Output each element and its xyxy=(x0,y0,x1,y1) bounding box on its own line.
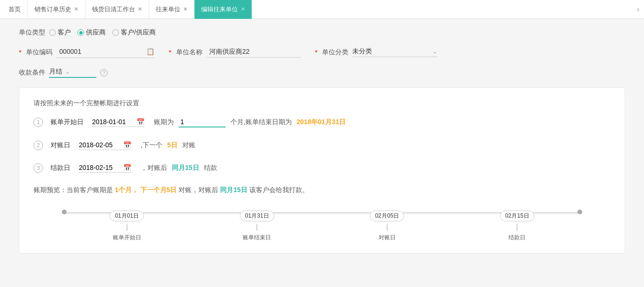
radio-supplier[interactable]: 供应商 xyxy=(77,28,106,37)
timeline-point-2: 01月31日 账单结束日 xyxy=(192,211,322,242)
radio-both[interactable]: 客户/供应商 xyxy=(112,28,156,37)
tab-home[interactable]: 首页 xyxy=(4,0,28,19)
unit-name-star: * xyxy=(169,49,171,56)
row-2-prefix: ,下一个 xyxy=(141,141,162,150)
payment-help-icon[interactable]: ? xyxy=(100,69,108,76)
page-body: 单位类型 客户 供应商 客户/供应商 * 单位编码 xyxy=(0,19,644,283)
tab-home-label: 首页 xyxy=(8,5,21,14)
tl-connector-4 xyxy=(517,224,517,231)
preview-1m: 1个月， xyxy=(115,186,138,194)
unit-type-row: 单位类型 客户 供应商 客户/供应商 xyxy=(19,28,625,37)
tab-sales-history-close[interactable]: ✕ xyxy=(74,6,78,12)
row-2-suffix: 对账 xyxy=(182,141,195,150)
row-2-date-input: 📅 xyxy=(79,141,131,150)
tl-date-2: 01月31日 xyxy=(240,211,274,221)
setting-row-3: 3 结款日 📅 ，对账后 同月15日 结款 xyxy=(34,163,610,173)
tab-cash-work-label: 钱货日清工作台 xyxy=(92,5,135,14)
radio-group: 客户 供应商 客户/供应商 xyxy=(49,28,156,37)
card-description: 请按照未来的一个完整帐期进行设置 xyxy=(34,99,610,108)
row-num-1: 1 xyxy=(34,118,43,127)
timeline-container: 01月01日 账单开始日 01月31日 账单结束日 02月05日 对账日 xyxy=(34,206,610,242)
preview-next: 下一个月5日 xyxy=(140,186,177,194)
setting-row-2: 2 对账日 📅 ,下一个 5日 对账 xyxy=(34,141,610,150)
preview-bar: 账期预览：当前客户账期是 1个月， 下一个月5日 对账，对账后 同月15日 该客… xyxy=(34,186,610,194)
timeline-point-4: 02月15日 结款日 xyxy=(452,211,583,242)
row-3-cal-icon[interactable]: 📅 xyxy=(123,164,131,171)
timeline-wrapper: 01月01日 账单开始日 01月31日 账单结束日 02月05日 对账日 xyxy=(48,206,596,242)
setting-row-1: 1 账单开始日 📅 账期为 个月,账单结束日期为 2018年01月31日 xyxy=(34,117,610,127)
tl-label-2: 账单结束日 xyxy=(243,234,271,242)
payment-value: 月结 xyxy=(49,68,62,76)
row-2-cal-icon[interactable]: 📅 xyxy=(123,141,131,149)
unit-category-value: 未分类 xyxy=(352,47,430,56)
unit-category-star: * xyxy=(315,49,317,56)
tabs-bar: 首页 销售订单历史 ✕ 钱货日清工作台 ✕ 往来单位 ✕ 编辑往来单位 ✕ › xyxy=(0,0,644,19)
unit-type-label: 单位类型 xyxy=(19,28,45,37)
tab-partner-unit-label: 往来单位 xyxy=(156,5,180,14)
unit-code-icon[interactable]: 📋 xyxy=(146,48,154,55)
tab-sales-history-label: 销售订单历史 xyxy=(34,5,71,14)
unit-name-group: * 单位名称 xyxy=(169,47,300,58)
payment-select[interactable]: 月结 ⌄ xyxy=(49,68,96,78)
radio-customer-label: 客户 xyxy=(58,28,71,37)
unit-category-group: * 单位分类 未分类 ⌄ xyxy=(315,47,437,57)
tl-date-1: 01月01日 xyxy=(110,211,144,221)
tl-label-1: 账单开始日 xyxy=(113,234,141,242)
unit-type-group: 单位类型 客户 供应商 客户/供应商 xyxy=(19,28,156,37)
row-1-suffix: 个月,账单结束日期为 xyxy=(230,118,292,127)
row-3-date-input: 📅 xyxy=(79,164,131,173)
row-num-3: 3 xyxy=(34,163,43,173)
tab-edit-partner-close[interactable]: ✕ xyxy=(241,6,245,12)
unit-info-row: * 单位编码 📋 * 单位名称 * 单位分类 未分类 ⌄ xyxy=(19,46,625,58)
timeline-point-3: 02月05日 对账日 xyxy=(322,211,452,242)
row-1-prefix: 账期为 xyxy=(154,118,174,127)
tab-cash-work-close[interactable]: ✕ xyxy=(138,6,142,12)
unit-category-select[interactable]: 未分类 ⌄ xyxy=(352,47,437,57)
unit-name-input[interactable] xyxy=(206,47,301,58)
payment-arrow: ⌄ xyxy=(65,68,70,75)
tl-connector-3 xyxy=(387,224,388,231)
radio-both-label: 客户/供应商 xyxy=(121,28,156,37)
row-2-highlight: 5日 xyxy=(167,141,178,150)
tab-edit-partner-label: 编辑往来单位 xyxy=(201,5,238,14)
row-3-date-field[interactable] xyxy=(79,164,121,171)
tab-partner-unit[interactable]: 往来单位 ✕ xyxy=(149,0,195,19)
tl-date-3: 02月05日 xyxy=(370,211,404,221)
row-3-label: 结款日 xyxy=(51,164,70,172)
row-3-highlight: 同月15日 xyxy=(172,164,199,172)
payment-row: 收款条件 月结 ⌄ ? xyxy=(19,68,625,78)
row-3-suffix: 结款 xyxy=(204,164,217,172)
tab-partner-unit-close[interactable]: ✕ xyxy=(183,6,187,12)
unit-code-input-wrapper: 📋 xyxy=(56,46,154,58)
unit-code-group: * 单位编码 📋 xyxy=(19,46,154,58)
timeline-point-1: 01月01日 账单开始日 xyxy=(62,211,192,242)
row-1-date-input: 📅 xyxy=(92,118,144,127)
preview-end: 该客户会给我打款。 xyxy=(249,186,309,194)
tl-connector-1 xyxy=(127,224,127,231)
unit-code-star: * xyxy=(19,49,21,56)
unit-category-label: 单位分类 xyxy=(322,48,348,57)
radio-supplier-label: 供应商 xyxy=(86,28,106,37)
payment-label: 收款条件 xyxy=(19,68,45,77)
row-num-2: 2 xyxy=(34,141,43,150)
payment-group: 收款条件 月结 ⌄ ? xyxy=(19,68,108,78)
preview-label: 账期预览：当前客户账期是 xyxy=(34,186,113,194)
tabs-more-arrow[interactable]: › xyxy=(632,5,644,14)
preview-same: 同月15日 xyxy=(220,186,247,194)
tl-label-4: 结款日 xyxy=(508,234,525,242)
preview-middle: 对账，对账后 xyxy=(178,186,218,194)
row-1-label: 账单开始日 xyxy=(51,118,84,127)
row-1-cal-icon[interactable]: 📅 xyxy=(136,118,144,126)
period-input[interactable] xyxy=(178,117,226,127)
row-2-label: 对账日 xyxy=(51,141,70,150)
settings-card: 请按照未来的一个完整帐期进行设置 1 账单开始日 📅 账期为 个月,账单结束日期… xyxy=(19,87,625,253)
radio-customer[interactable]: 客户 xyxy=(49,28,71,37)
row-2-date-field[interactable] xyxy=(79,141,121,149)
tab-sales-history[interactable]: 销售订单历史 ✕ xyxy=(28,0,85,19)
unit-code-input[interactable] xyxy=(56,46,144,57)
row-1-date-field[interactable] xyxy=(92,118,135,126)
row-1-highlight: 2018年01月31日 xyxy=(297,118,346,127)
tab-cash-work[interactable]: 钱货日清工作台 ✕ xyxy=(85,0,149,19)
tab-edit-partner[interactable]: 编辑往来单位 ✕ xyxy=(195,0,252,19)
tl-connector-2 xyxy=(256,224,257,231)
